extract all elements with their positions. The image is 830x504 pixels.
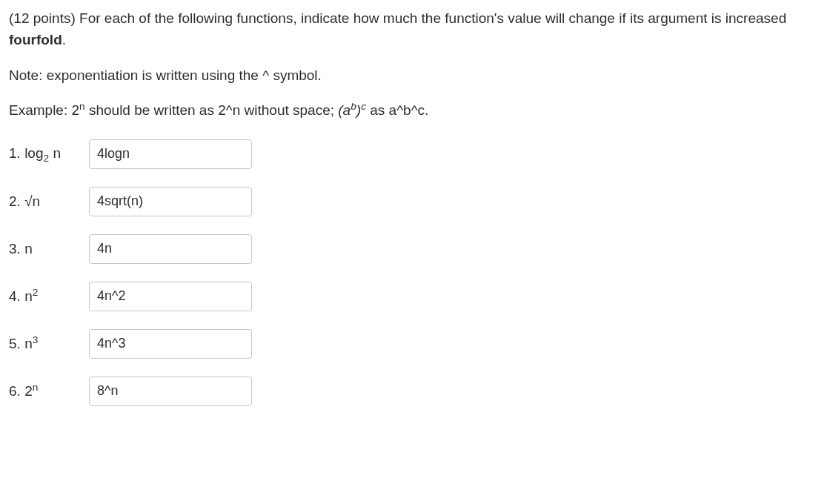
example-sup-n: n (79, 101, 85, 112)
question-row: 2. √n (9, 187, 821, 216)
answer-input-4[interactable] (89, 282, 252, 311)
question-row: 3. n (9, 234, 821, 264)
question-label-4: 4. n2 (9, 285, 89, 307)
intro-text: For each of the following functions, ind… (76, 10, 786, 26)
answer-input-1[interactable] (89, 139, 252, 169)
example-mid: should be written as 2^n without space; (85, 102, 339, 118)
answer-input-2[interactable] (89, 187, 252, 216)
question-row: 5. n3 (9, 329, 821, 359)
question-label-2: 2. √n (9, 190, 89, 212)
example-math: (ab)c (338, 102, 366, 118)
question-row: 4. n2 (9, 282, 821, 311)
intro-period: . (62, 32, 66, 47)
answer-input-5[interactable] (89, 329, 252, 359)
question-label-6: 6. 2n (9, 380, 89, 402)
question-label-5: 5. n3 (9, 333, 89, 354)
question-row: 1. log2 n (9, 139, 821, 169)
example-prefix: Example: 2 (9, 102, 79, 118)
answer-input-6[interactable] (89, 377, 252, 406)
question-label-3: 3. n (9, 238, 89, 259)
question-intro: (12 points) For each of the following fu… (9, 7, 821, 51)
question-row: 6. 2n (9, 377, 821, 406)
question-label-1: 1. log2 n (9, 142, 89, 166)
answer-input-3[interactable] (89, 234, 252, 264)
exponentiation-note: Note: exponentiation is written using th… (9, 64, 821, 86)
points-prefix: (12 points) (9, 10, 76, 26)
example-line: Example: 2n should be written as 2^n wit… (9, 99, 821, 121)
intro-bold: fourfold (9, 32, 62, 47)
questions-list: 1. log2 n 2. √n 3. n 4. n2 5. n3 (9, 139, 821, 406)
example-tail: as a^b^c. (366, 102, 428, 118)
